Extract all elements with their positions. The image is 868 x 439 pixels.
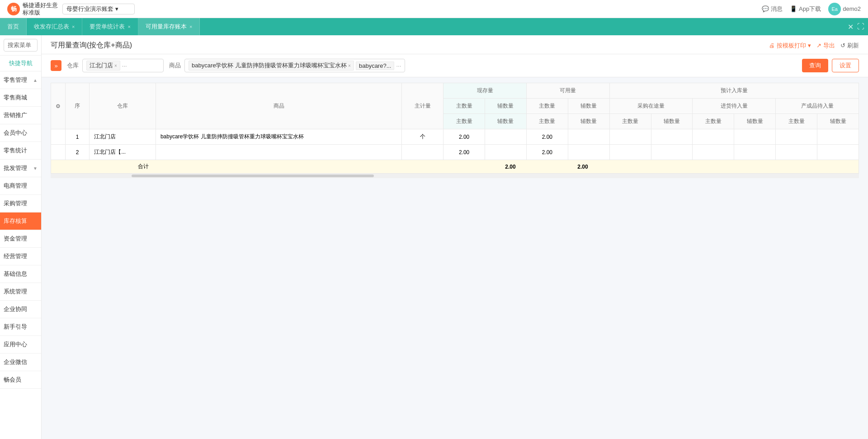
filter-actions: 查询 设置 xyxy=(802,59,859,72)
message-action[interactable]: 💬 消息 xyxy=(762,5,783,13)
refresh-icon: ↺ xyxy=(840,42,845,49)
th-current-stock: 现存量 xyxy=(443,83,527,99)
table-container: ⚙ 序 仓库 商品 主计量 现存量 可用量 预计入库量 主数量 辅数量 主数量 … xyxy=(42,77,868,439)
app-icon: 📱 xyxy=(790,5,797,12)
cell-warehouse: 江北门店【... xyxy=(90,145,156,160)
expand-icon: » xyxy=(54,62,57,69)
product-input[interactable]: babycare学饮杯 儿童防摔防撞吸管杯重力球吸嘴杯宝宝水杯 × babyca… xyxy=(184,59,405,72)
cell-product xyxy=(156,145,401,160)
quick-nav-button[interactable]: 快捷导航 xyxy=(0,56,41,71)
th-inbound-main: 主数量 xyxy=(693,114,734,129)
product-more-icon[interactable]: ··· xyxy=(396,62,401,69)
sidebar-item-inventory[interactable]: 库存核算 xyxy=(0,212,41,230)
th-inbound-pending: 进货待入量 xyxy=(693,99,776,114)
filter-area: » 仓库 江北门店 × ··· 商品 babycare学饮杯 儿童防摔防撞吸管杯… xyxy=(42,54,868,77)
warehouse-label: 仓库 xyxy=(67,61,79,70)
industry-select[interactable]: 母婴行业演示账套 ▾ xyxy=(62,4,135,14)
chevron-icon: ▼ xyxy=(33,166,38,171)
cell-stock-aux xyxy=(485,129,527,145)
sidebar-item-business-mgmt[interactable]: 经营管理 xyxy=(0,248,41,265)
tab-receivable[interactable]: 收发存汇总表 × xyxy=(27,18,82,35)
message-icon: 💬 xyxy=(762,5,769,12)
refresh-button[interactable]: ↺ 刷新 xyxy=(840,42,859,50)
logo-area: 畅 畅捷通好生意 标准版 xyxy=(7,2,58,16)
footer-avail-main: 2.00 xyxy=(565,164,601,170)
th-gear[interactable]: ⚙ xyxy=(51,83,66,129)
sidebar-item-basic-info[interactable]: 基础信息 xyxy=(0,265,41,283)
app-download-action[interactable]: 📱 App下载 xyxy=(790,5,821,13)
sidebar-item-enterprise[interactable]: 企业协同 xyxy=(0,301,41,318)
footer-stock-main: 2.00 xyxy=(492,164,528,170)
sidebar-item-wholesale-mgmt[interactable]: 批发管理 ▼ xyxy=(0,160,41,177)
cell-avail-aux xyxy=(568,145,609,160)
scrollbar-thumb[interactable] xyxy=(132,175,374,177)
cell-stock-aux xyxy=(485,145,527,160)
cell-stock-main: 2.00 xyxy=(443,145,485,160)
cell-product-main xyxy=(776,129,817,145)
top-bar-right: 💬 消息 📱 App下载 Ea demo2 xyxy=(762,3,861,15)
table-row: 2 江北门店【... 2.00 2.00 xyxy=(51,145,859,160)
tab-close-available-stock[interactable]: × xyxy=(189,24,192,29)
warehouse-tag-close[interactable]: × xyxy=(114,63,117,68)
sidebar: 搜索菜单 快捷导航 零售管理 ▲ 零售商城 营销推广 会员中心 零售统计 批发管… xyxy=(0,35,42,439)
cell-gear xyxy=(51,129,66,145)
warehouse-input[interactable]: 江北门店 × ··· xyxy=(82,59,164,72)
cell-unit: 个 xyxy=(402,129,443,145)
content-area: 可用量查询(按仓库+商品) 🖨 按模板打印 ▾ ↗ 导出 ↺ 刷新 xyxy=(42,35,868,439)
sidebar-item-marketing[interactable]: 营销推广 xyxy=(0,107,41,124)
sidebar-item-ecommerce[interactable]: 电商管理 xyxy=(0,177,41,195)
sidebar-item-new-guide[interactable]: 新手引导 xyxy=(0,318,41,336)
chevron-down-icon: ▾ xyxy=(808,42,811,49)
cell-product-main xyxy=(776,145,817,160)
th-purchase-on-way: 采购在途量 xyxy=(609,99,693,114)
table-body: 1 江北门店 babycare学饮杯 儿童防摔防撞吸管杯重力球吸嘴杯宝宝水杯 个… xyxy=(51,129,859,160)
sidebar-item-retail-mgmt[interactable]: 零售管理 ▲ xyxy=(0,71,41,89)
horizontal-scrollbar[interactable] xyxy=(51,174,859,178)
cell-product: babycare学饮杯 儿童防摔防撞吸管杯重力球吸嘴杯宝宝水杯 xyxy=(156,129,401,145)
sidebar-item-purchase[interactable]: 采购管理 xyxy=(0,195,41,212)
cell-avail-aux xyxy=(568,129,609,145)
sidebar-item-finance[interactable]: 资金管理 xyxy=(0,230,41,248)
export-button[interactable]: ↗ 导出 xyxy=(816,42,835,50)
th-avail-aux2: 辅数量 xyxy=(568,114,609,129)
th-main-unit: 主计量 xyxy=(402,83,443,129)
th-stock-main2: 主数量 xyxy=(443,114,485,129)
tab-order-stats[interactable]: 要货单统计表 × xyxy=(82,18,138,35)
cell-index: 1 xyxy=(66,129,90,145)
sidebar-search-area: 搜索菜单 xyxy=(0,35,41,56)
sidebar-item-retail-mall[interactable]: 零售商城 xyxy=(0,89,41,107)
sidebar-item-app-center[interactable]: 应用中心 xyxy=(0,336,41,354)
user-action[interactable]: Ea demo2 xyxy=(828,3,861,15)
page-title: 可用量查询(按仓库+商品) xyxy=(51,41,132,50)
th-purchase-main: 主数量 xyxy=(609,114,651,129)
sidebar-item-retail-stats[interactable]: 零售统计 xyxy=(0,142,41,160)
sidebar-item-member-center[interactable]: 会员中心 xyxy=(0,124,41,142)
warehouse-more-icon[interactable]: ··· xyxy=(122,62,127,69)
filter-expand-button[interactable]: » xyxy=(51,60,61,71)
print-template-button[interactable]: 🖨 按模板打印 ▾ xyxy=(769,42,811,50)
data-table: ⚙ 序 仓库 商品 主计量 现存量 可用量 预计入库量 主数量 辅数量 主数量 … xyxy=(51,83,859,160)
tab-fullscreen-icon[interactable]: ⛶ xyxy=(857,23,864,31)
tab-available-stock[interactable]: 可用量库存账本 × xyxy=(138,18,200,35)
product-tag-close-1[interactable]: × xyxy=(348,63,351,68)
table-footer: 合计 2.00 2.00 xyxy=(51,160,859,174)
tab-close-order-stats[interactable]: × xyxy=(127,24,130,29)
tab-home[interactable]: 首页 xyxy=(0,18,27,35)
cell-stock-main: 2.00 xyxy=(443,129,485,145)
product-tag-2: babycare?... xyxy=(356,61,395,70)
sidebar-item-enterprise-wx[interactable]: 企业微信 xyxy=(0,354,41,371)
avatar: Ea xyxy=(828,3,841,15)
export-icon: ↗ xyxy=(816,42,821,49)
search-menu-button[interactable]: 搜索菜单 xyxy=(4,39,38,52)
th-product: 商品 xyxy=(156,83,401,129)
footer-label: 合计 xyxy=(133,163,465,170)
tab-close-receivable[interactable]: × xyxy=(72,24,75,29)
settings-button[interactable]: 设置 xyxy=(832,59,859,72)
th-avail-main: 主数量 xyxy=(526,99,568,114)
sidebar-item-system[interactable]: 系统管理 xyxy=(0,283,41,301)
th-avail-aux: 辅数量 xyxy=(568,99,609,114)
sidebar-item-member[interactable]: 畅会员 xyxy=(0,371,41,389)
th-planned-in: 预计入库量 xyxy=(609,83,859,99)
query-button[interactable]: 查询 xyxy=(802,59,828,72)
tab-close-all-icon[interactable]: ✕ xyxy=(848,23,854,31)
